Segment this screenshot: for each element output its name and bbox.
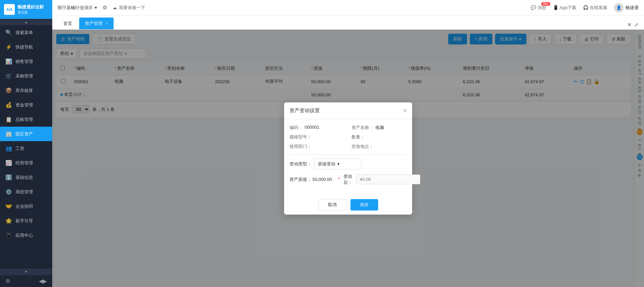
modal-code-label: 编码： [289, 125, 303, 131]
modal-overlay: 资产变动设置 × 编码： 000001 资产名称： 电脑 [52, 30, 644, 287]
modal-asset-value-row: 资产原值： 50,000.00 * 变动后： [289, 173, 407, 186]
sidebar-item-inventory[interactable]: 📦 库存核算 [0, 83, 52, 98]
sidebar-item-enterprise[interactable]: 🤝 企业协同 [0, 199, 52, 214]
topbar-settings-icon[interactable]: ⚙ [102, 4, 107, 11]
tab-maximize-btn[interactable]: ⤢ [634, 22, 639, 28]
sidebar-item-label: 资金管理 [16, 102, 33, 108]
topbar-right: 💬 消息 99+ 📱 App下载 🎧 在线客服 👤 畅捷通 [531, 3, 639, 12]
modal-spec-label: 规格型号： [289, 134, 311, 140]
sidebar-item-basic-info[interactable]: ℹ️ 基础信息 [0, 170, 52, 185]
modal-asset-value-label: 资产原值： [289, 177, 310, 183]
modal-code-value: 000001 [305, 125, 319, 131]
app-name: 畅捷通好业财 [18, 4, 44, 10]
sidebar-item-quicknav[interactable]: ⚡ 快捷导航 [0, 40, 52, 54]
search-icon: 🔍 [5, 29, 12, 36]
online-service-label: 在线客服 [590, 5, 607, 11]
sidebar: AtA 畅捷通好业财 普及版 ▲ 🔍 搜索菜单 ⚡ 快捷导航 📊 销售管理 🛒 … [0, 0, 52, 287]
modal-title: 资产变动设置 [289, 107, 320, 114]
sidebar-item-label: 工资 [16, 146, 24, 152]
modal-footer: 取消 保存 [284, 195, 412, 215]
tab-close-icon[interactable]: × [106, 22, 108, 26]
modal-header: 资产变动设置 × [284, 102, 412, 119]
sidebar-item-search[interactable]: 🔍 搜索菜单 [0, 25, 52, 40]
sidebar-item-label: 销售管理 [16, 59, 33, 65]
app-edition: 普及版 [18, 10, 44, 15]
modal-body: 编码： 000001 资产名称： 电脑 规格型号： 数量： [284, 119, 412, 195]
tabs-bar: 首页 资产管理 × ✕ ⤢ [52, 15, 644, 30]
sidebar-item-label: 应用中心 [16, 232, 33, 238]
required-star: * [338, 177, 340, 183]
company-selector[interactable]: 医疗器械行业演示 ▾ [58, 5, 97, 11]
sidebar-item-ledger[interactable]: 📋 总账管理 [0, 112, 52, 127]
modal-storage-item: 存放地点： [351, 144, 407, 150]
tab-home[interactable]: 首页 [58, 18, 78, 29]
purchase-icon: 🛒 [5, 73, 12, 79]
sidebar-item-label: 新手引导 [16, 218, 33, 224]
guide-icon: 🌟 [5, 218, 12, 224]
logo-icon: AtA [4, 4, 15, 15]
sidebar-item-fixed-assets[interactable]: 🏢 固定资产 [0, 127, 52, 141]
tab-asset-mgmt[interactable]: 资产管理 × [79, 18, 114, 29]
settings-bottom-icon[interactable]: ⚙ [5, 278, 10, 284]
sidebar-item-label: 经营管理 [16, 160, 33, 166]
operations-icon: 📈 [5, 160, 12, 166]
sidebar-item-payroll[interactable]: 👥 工资 [0, 141, 52, 156]
sidebar-item-label: 基础信息 [16, 174, 33, 181]
modal-close-btn[interactable]: × [403, 107, 407, 114]
service-icon: 🎧 [583, 5, 588, 10]
sidebar-item-capital[interactable]: 💰 资金管理 [0, 98, 52, 112]
capital-icon: 💰 [5, 102, 12, 108]
fixed-assets-icon: 🏢 [5, 131, 12, 137]
sidebar-item-app-center[interactable]: 📱 应用中心 [0, 228, 52, 243]
company-name: 医疗器械行业演示 [58, 5, 93, 11]
modal-spec-item: 规格型号： [289, 134, 345, 140]
modal-name-item: 资产名称： 电脑 [351, 125, 407, 131]
sidebar-item-label: 总账管理 [16, 117, 33, 123]
modal-change-type-select[interactable]: 原值变动 ▾ [314, 159, 361, 169]
sidebar-item-purchase[interactable]: 🛒 采购管理 [0, 69, 52, 83]
modal-quantity-item: 数量： [351, 134, 407, 140]
modal-department-item: 使用部门： [289, 144, 345, 150]
sidebar-item-label: 快捷导航 [16, 44, 33, 50]
sidebar-item-label: 系统管理 [16, 189, 33, 195]
sales-icon: 📊 [5, 58, 12, 65]
app-name-block: 畅捷通好业财 普及版 [18, 4, 44, 15]
sidebar-scroll-up[interactable]: ▲ [0, 19, 52, 25]
tabs-right-controls: ✕ ⤢ [627, 22, 639, 29]
sidebar-item-system[interactable]: ⚙️ 系统管理 [0, 185, 52, 199]
tab-close-window-btn[interactable]: ✕ [627, 22, 632, 28]
payroll-icon: 👥 [5, 145, 12, 152]
sidebar-item-label: 企业协同 [16, 203, 33, 210]
change-type-dropdown-icon: ▾ [337, 161, 340, 166]
app-logo: AtA 畅捷通好业财 普及版 [0, 0, 52, 19]
app-center-icon: 📱 [5, 232, 12, 238]
modal-change-type-row: 变动类型： 原值变动 ▾ [289, 159, 407, 169]
tab-asset-mgmt-label: 资产管理 [85, 21, 102, 26]
sidebar-item-guide[interactable]: 🌟 新手引导 [0, 214, 52, 228]
after-change-label: 变动后： [343, 173, 352, 186]
sidebar-item-label: 固定资产 [16, 131, 33, 137]
app-download-label: App下载 [560, 5, 576, 11]
app-download-btn[interactable]: 📱 App下载 [553, 5, 576, 11]
quicknav-icon: ⚡ [5, 44, 12, 50]
modal-after-change-input[interactable] [356, 174, 420, 184]
modal-code-item: 编码： 000001 [289, 125, 345, 131]
online-service-btn[interactable]: 🎧 在线客服 [583, 5, 607, 11]
modal-name-label: 资产名称： [351, 125, 373, 131]
topbar: 医疗器械行业演示 ▾ ⚙ ☁ 我要体验一下 💬 消息 99+ 📱 App下载 🎧… [52, 0, 644, 15]
content-area: ☰ 资产明细 📄 变更生成凭证 刷账 + 新增 批量操作 ▾ ↑ [52, 30, 644, 287]
modal-info-grid: 编码： 000001 资产名称： 电脑 规格型号： 数量： [289, 125, 407, 150]
system-icon: ⚙️ [5, 189, 12, 195]
user-name: 畅捷通 [625, 5, 639, 11]
message-btn[interactable]: 💬 消息 99+ [531, 5, 546, 11]
cloud-icon: ☁ [113, 5, 117, 10]
sidebar-item-operations[interactable]: 📈 经营管理 [0, 156, 52, 170]
modal-cancel-btn[interactable]: 取消 [318, 199, 346, 211]
modal-save-btn[interactable]: 保存 [350, 199, 378, 211]
sidebar-item-sales[interactable]: 📊 销售管理 [0, 54, 52, 69]
user-menu[interactable]: 👤 畅捷通 [614, 3, 639, 12]
sidebar-bottom: ⚙ ◀▶ [0, 275, 52, 287]
collapse-icon[interactable]: ◀▶ [39, 278, 47, 284]
try-experience-btn[interactable]: ☁ 我要体验一下 [113, 5, 145, 11]
sidebar-scroll-down[interactable]: ▼ [0, 268, 52, 275]
